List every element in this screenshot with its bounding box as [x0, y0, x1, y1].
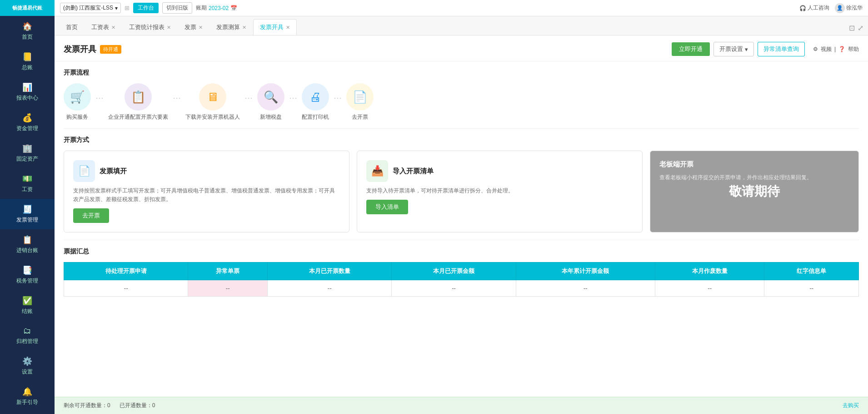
header-actions: 立即开通 开票设置 ▾ 异常清单查询 ⚙ 视频 | ❓ 帮助: [672, 42, 859, 56]
tab-close-salary-stats[interactable]: ✕: [167, 25, 171, 30]
restore-icon[interactable]: ⊡: [849, 24, 855, 32]
method-card-import-header: 📥 导入开票清单: [366, 160, 633, 182]
sidebar-item-invoice[interactable]: 🧾 发票管理: [0, 199, 55, 229]
col-pending: 待处理开票申请: [64, 263, 188, 280]
tab-close-invoice[interactable]: ✕: [199, 25, 203, 30]
chevron-down-icon: ▾: [115, 5, 118, 11]
sidebar-item-salary[interactable]: 💵 工资: [0, 168, 55, 199]
process-section: 开票流程 🛒 购买服务 ⋯ 📋 企业开通配置开票六要素 ⋯ 🖥 下载并安装开票机…: [55, 61, 868, 128]
tab-close-invoice-tool[interactable]: ✕: [286, 25, 290, 30]
buy-link[interactable]: 去购买: [843, 402, 859, 409]
user-profile[interactable]: 👤 徐泓华: [835, 3, 863, 13]
cell-annual-amount: --: [516, 280, 655, 297]
immediate-open-button[interactable]: 立即开通: [672, 42, 710, 56]
page-header: 发票开具 待开通 立即开通 开票设置 ▾ 异常清单查询 ⚙ 视频 | ❓ 帮助: [55, 35, 868, 61]
methods-section: 开票方式 📄 发票填开 支持按照发票样式手工填写开发票；可开具增值税电子普通发票…: [55, 129, 868, 240]
sidebar-item-settle[interactable]: ✅ 结账: [0, 290, 55, 321]
cell-void-count: --: [655, 280, 764, 297]
manual-invoice-icon: 📄: [73, 160, 95, 182]
table-row: -- -- -- -- -- -- --: [64, 280, 859, 297]
ledger-icon: 📒: [22, 52, 32, 62]
topbar-left: (勿删) 江西服宝-LSS ▾ ⊞ 工作台 切到旧版 账期 2023-02 📅: [60, 2, 237, 14]
summary-table-header-row: 待处理开票申请 异常单票 本月已开票数量 本月已开票金额 本年累计开票金额 本月…: [64, 263, 859, 280]
tab-home[interactable]: 首页: [59, 19, 85, 35]
workstation-button[interactable]: 工作台: [133, 3, 159, 13]
reports-icon: 📊: [22, 82, 32, 92]
sidebar-item-assets[interactable]: 🏢 固定资产: [0, 138, 55, 168]
summary-section: 票据汇总 待处理开票申请 异常单票 本月已开票数量 本月已开票金额 本年累计开票…: [55, 240, 868, 304]
process-step-download[interactable]: 🖥 下载并安装开票机器人: [185, 83, 240, 121]
go-open-invoice-button[interactable]: 去开票: [73, 208, 109, 223]
tab-close-salary-table[interactable]: ✕: [111, 25, 115, 30]
headset-icon: 🎧: [799, 5, 806, 11]
sidebar-item-guide[interactable]: 🔔 新手引导: [0, 381, 55, 412]
import-list-button[interactable]: 导入清单: [366, 200, 408, 214]
sidebar-item-home[interactable]: 🏠 首页: [0, 16, 55, 46]
col-void-count: 本月作废数量: [655, 263, 764, 280]
tab-salary-stats[interactable]: 工资统计报表 ✕: [122, 19, 178, 35]
open-settings-button[interactable]: 开票设置 ▾: [713, 42, 754, 56]
tab-salary-table[interactable]: 工资表 ✕: [85, 19, 122, 35]
method-card-manual: 📄 发票填开 支持按照发票样式手工填写开发票；可开具增值税电子普通发票、增值税普…: [64, 151, 349, 232]
step-arrow-3: ⋯: [244, 93, 253, 112]
consultation-link[interactable]: 🎧 人工咨询: [799, 4, 829, 12]
cell-abnormal: --: [188, 280, 268, 297]
topbar-right: 🎧 人工咨询 👤 徐泓华: [799, 3, 863, 13]
page-title: 发票开具: [64, 44, 96, 55]
process-step-openinvoice[interactable]: 📄 去开票: [346, 83, 374, 121]
cell-pending: --: [64, 280, 188, 297]
summary-section-title: 票据汇总: [64, 247, 859, 256]
tab-close-invoice-calc[interactable]: ✕: [242, 25, 246, 30]
sidebar-item-tax[interactable]: 📑 税务管理: [0, 260, 55, 290]
abnormal-query-button[interactable]: 异常清单查询: [758, 42, 805, 56]
avatar: 👤: [835, 3, 845, 13]
summary-table: 待处理开票申请 异常单票 本月已开票数量 本月已开票金额 本年累计开票金额 本月…: [64, 262, 859, 297]
sidebar-item-reports[interactable]: 📊 报表中心: [0, 77, 55, 107]
sidebar-item-ledger[interactable]: 📒 总账: [0, 46, 55, 77]
sidebar-item-purchase[interactable]: 📋 进销台账: [0, 229, 55, 260]
process-step-printer[interactable]: 🖨 配置打印机: [302, 83, 329, 121]
process-section-title: 开票流程: [64, 69, 859, 77]
maximize-icon[interactable]: ⤢: [858, 24, 863, 32]
company-select[interactable]: (勿删) 江西服宝-LSS ▾: [60, 3, 121, 13]
process-steps: 🛒 购买服务 ⋯ 📋 企业开通配置开票六要素 ⋯ 🖥 下载并安装开票机器人 ⋯ …: [64, 83, 859, 121]
settings-icon: ⚙️: [22, 356, 32, 366]
company-label: (勿删) 江西服宝-LSS: [63, 4, 113, 12]
step-arrow-4: ⋯: [289, 93, 297, 112]
process-step-buy[interactable]: 🛒 购买服务: [64, 83, 91, 121]
col-abnormal: 异常单票: [188, 263, 268, 280]
page-content: 发票开具 待开通 立即开通 开票设置 ▾ 异常清单查询 ⚙ 视频 | ❓ 帮助: [55, 35, 868, 397]
copy-icon: ⊞: [125, 5, 130, 11]
process-step-taxdisk[interactable]: 🔍 新增税盘: [257, 83, 284, 121]
tab-invoice-tool[interactable]: 发票开具 ✕: [253, 19, 297, 35]
purchase-icon: 📋: [22, 235, 32, 245]
buy-icon: 🛒: [64, 83, 91, 111]
invoice-icon: 🧾: [22, 204, 32, 214]
topbar: (勿删) 江西服宝-LSS ▾ ⊞ 工作台 切到旧版 账期 2023-02 📅 …: [55, 0, 868, 16]
cell-monthly-count: --: [268, 280, 392, 297]
calendar-icon[interactable]: 📅: [230, 5, 237, 11]
col-monthly-amount: 本月已开票金额: [392, 263, 516, 280]
sidebar-item-member[interactable]: 👑 畅会员: [0, 412, 55, 414]
tabbar: 首页 工资表 ✕ 工资统计报表 ✕ 发票 ✕ 发票测算 ✕ 发票开具 ✕ ⊡ ⤢: [55, 16, 868, 35]
tab-invoice-calc[interactable]: 发票测算 ✕: [210, 19, 253, 35]
step-arrow-2: ⋯: [173, 93, 181, 112]
configure-icon: 📋: [125, 83, 152, 111]
sidebar-item-settings[interactable]: ⚙️ 设置: [0, 351, 55, 381]
methods-row: 📄 发票填开 支持按照发票样式手工填写开发票；可开具增值税电子普通发票、增值税普…: [64, 151, 859, 232]
tab-invoice[interactable]: 发票 ✕: [178, 19, 210, 35]
funds-icon: 💰: [22, 113, 32, 123]
chevron-down-icon: ▾: [745, 46, 748, 53]
status-badge: 待开通: [100, 45, 121, 54]
salary-icon: 💵: [22, 174, 32, 184]
opened-label: 已开通数量：0: [120, 402, 155, 409]
retro-button[interactable]: 切到旧版: [162, 2, 192, 14]
sidebar-item-funds[interactable]: 💰 资金管理: [0, 107, 55, 138]
sidebar-logo[interactable]: 畅捷通易代账: [0, 0, 55, 16]
sidebar-item-archive[interactable]: 🗂 归档管理: [0, 321, 55, 351]
col-red-info: 红字信息单: [764, 263, 859, 280]
process-step-configure[interactable]: 📋 企业开通配置开票六要素: [108, 83, 168, 121]
method-card-import: 📥 导入开票清单 支持导入待开票清单，可对待开票清单进行拆分、合并处理。 导入清…: [357, 151, 643, 232]
step-arrow-1: ⋯: [95, 93, 104, 112]
page-title-row: 发票开具 待开通: [64, 44, 121, 55]
